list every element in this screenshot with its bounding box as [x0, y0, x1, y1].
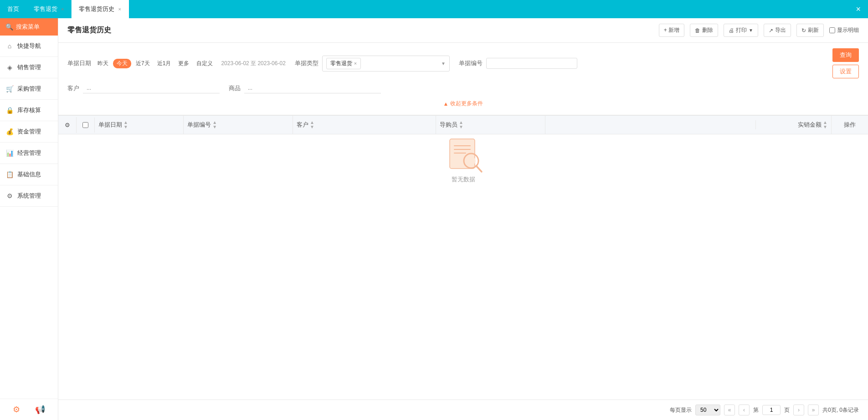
th-no-label: 单据编号	[187, 121, 211, 129]
search-icon: 🔍	[5, 23, 13, 31]
settings-icon: ⚙	[65, 122, 70, 128]
collapse-label: 收起更多条件	[450, 100, 483, 108]
speaker-icon[interactable]: 📢	[35, 405, 45, 415]
tab-home-label: 首页	[7, 5, 19, 13]
sidebar-item-sales-label: 销售管理	[17, 63, 41, 72]
type-tag: 零售退货 ×	[326, 58, 361, 69]
date-today[interactable]: 今天	[113, 59, 131, 68]
tab-retail-return-history-close[interactable]: ×	[118, 6, 121, 12]
show-detail-checkbox[interactable]	[829, 27, 835, 33]
page-next-btn[interactable]: ›	[793, 405, 804, 415]
search-menu[interactable]: 🔍 搜索菜单	[0, 18, 58, 36]
th-spacer	[545, 120, 756, 129]
sidebar-item-purchase-mgmt[interactable]: 🛒 采购管理	[0, 78, 58, 100]
table-area: ⚙ 单据日期 ▲▼ 单据编号 ▲▼ 客户 ▲▼ 导购员	[58, 115, 868, 400]
filter-row-1: 单据日期 昨天 今天 近7天 近1月 更多 自定义 2023-06-02 至 2…	[67, 48, 859, 78]
content: 零售退货历史 + 新增 🗑 删除 🖨 打印 ▼ ↗ 导出	[58, 18, 868, 420]
th-customer[interactable]: 客户 ▲▼	[293, 116, 436, 134]
filter-actions: 查询 设置	[832, 48, 859, 78]
sidebar-item-sales-mgmt[interactable]: ◈ 销售管理	[0, 57, 58, 78]
th-guide[interactable]: 导购员 ▲▼	[436, 116, 545, 134]
collapse-button[interactable]: ▲ 收起更多条件	[438, 98, 489, 109]
empty-text: 暂无数据	[452, 175, 475, 184]
page-last-btn[interactable]: »	[808, 405, 819, 415]
date-1month[interactable]: 近1月	[154, 59, 174, 68]
th-amount[interactable]: 实销金额 ▲▼	[756, 116, 832, 134]
date-7days[interactable]: 近7天	[133, 59, 153, 68]
per-page-select[interactable]: 50 20 100	[695, 405, 720, 415]
voucher-no-input[interactable]	[486, 58, 577, 69]
tab-retail-return-history-label: 零售退货历史	[79, 5, 114, 13]
voucher-no-filter: 单据编号	[459, 58, 577, 69]
chevron-down-icon: ▼	[441, 61, 446, 66]
type-tag-label: 零售退货	[330, 60, 352, 67]
select-all-checkbox[interactable]	[82, 122, 88, 128]
th-settings[interactable]: ⚙	[58, 117, 77, 133]
gear-icon[interactable]: ⚙	[13, 405, 20, 415]
search-menu-label: 搜索菜单	[16, 23, 40, 31]
window-close-btn[interactable]: ×	[856, 5, 861, 14]
type-selector[interactable]: 零售退货 × ▼	[322, 56, 450, 72]
per-page-label: 每页显示	[670, 406, 692, 414]
date-filter-label: 单据日期	[67, 59, 91, 67]
delete-label: 删除	[702, 26, 713, 34]
date-yesterday[interactable]: 昨天	[95, 59, 111, 68]
main-layout: 🔍 搜索菜单 ⌂ 快捷导航 ◈ 销售管理 🛒 采购管理 🔒 库存核算 💰 资金管…	[0, 18, 868, 420]
date-custom[interactable]: 自定义	[194, 59, 216, 68]
goods-label: 商品	[229, 84, 241, 92]
type-filter-label: 单据类型	[295, 59, 318, 67]
sidebar-item-system[interactable]: ⚙ 系统管理	[0, 185, 58, 207]
tab-retail-return-close[interactable]: ×	[61, 6, 64, 12]
pagination: 每页显示 50 20 100 « ‹ 第 页 › » 共0页, 0条记录	[58, 400, 868, 420]
print-button[interactable]: 🖨 打印 ▼	[724, 24, 758, 37]
voucher-no-label: 单据编号	[459, 59, 483, 67]
tab-retail-return-history[interactable]: 零售退货历史 ×	[72, 0, 128, 18]
customer-input[interactable]	[83, 83, 220, 93]
date-more[interactable]: 更多	[175, 59, 192, 68]
tab-home[interactable]: 零售退货历史 首页	[0, 0, 26, 18]
customer-label: 客户	[67, 84, 79, 92]
sidebar-item-purchase-label: 采购管理	[17, 85, 41, 93]
refresh-button[interactable]: ↻ 刷新	[796, 24, 824, 37]
new-button[interactable]: + 新增	[659, 24, 684, 37]
svg-line-6	[476, 166, 482, 172]
home-icon: ⌂	[5, 42, 14, 50]
goods-input[interactable]	[244, 83, 381, 93]
operations-icon: 📊	[5, 149, 14, 157]
refresh-label: 刷新	[808, 26, 819, 34]
page-prev-btn[interactable]: ‹	[739, 405, 750, 415]
th-no[interactable]: 单据编号 ▲▼	[184, 116, 293, 134]
sales-icon: ◈	[5, 63, 14, 72]
sidebar-item-inventory[interactable]: 🔒 库存核算	[0, 100, 58, 121]
sidebar-item-basic-info[interactable]: 📋 基础信息	[0, 164, 58, 185]
show-detail-checkbox-label[interactable]: 显示明细	[829, 26, 859, 34]
setting-button[interactable]: 设置	[832, 65, 859, 78]
sidebar-item-inventory-label: 库存核算	[17, 106, 41, 114]
top-bar: 零售退货历史 首页 零售退货 × 零售退货历史 × ×	[0, 0, 868, 18]
th-date[interactable]: 单据日期 ▲▼	[95, 116, 184, 134]
th-checkbox[interactable]	[77, 118, 95, 133]
sidebar-item-basic-label: 基础信息	[17, 170, 41, 179]
print-icon: 🖨	[729, 27, 734, 34]
customer-filter: 客户	[67, 83, 220, 93]
sidebar-item-operations[interactable]: 📊 经营管理	[0, 143, 58, 164]
export-icon: ↗	[769, 27, 773, 34]
sort-icon-guide: ▲▼	[459, 120, 463, 129]
sort-icon-no: ▲▼	[212, 120, 217, 129]
tab-retail-return[interactable]: 零售退货 ×	[26, 0, 72, 18]
type-tag-remove[interactable]: ×	[354, 61, 357, 66]
delete-button[interactable]: 🗑 删除	[690, 24, 718, 37]
sidebar-item-finance[interactable]: 💰 资金管理	[0, 121, 58, 143]
sort-icon-amount: ▲▼	[823, 120, 827, 129]
page-first-btn[interactable]: «	[724, 405, 735, 415]
sidebar-item-quick-nav[interactable]: ⌂ 快捷导航	[0, 36, 58, 57]
basic-icon: 📋	[5, 170, 14, 179]
page-number-input[interactable]	[762, 405, 781, 415]
page-label: 第	[753, 406, 759, 414]
th-guide-label: 导购员	[440, 121, 457, 129]
total-text: 共0页, 0条记录	[822, 406, 859, 414]
export-button[interactable]: ↗ 导出	[764, 24, 791, 37]
query-button[interactable]: 查询	[832, 48, 859, 62]
table-body: 暂无数据	[58, 134, 868, 400]
sidebar-item-operations-label: 经营管理	[17, 149, 41, 157]
